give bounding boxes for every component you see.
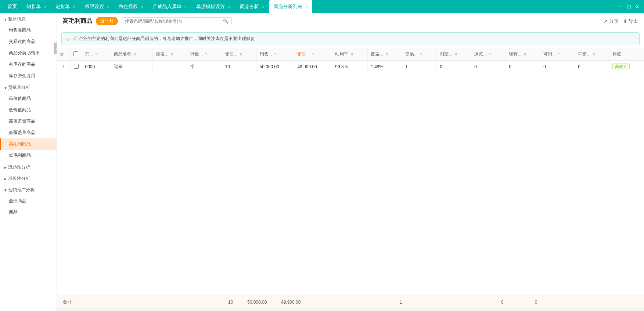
nav-close-permission[interactable]: × [107, 4, 109, 9]
nav-item-purchase[interactable]: 进货单 × [51, 0, 79, 13]
chevron-right-icon-2: ▸ [4, 176, 7, 181]
sidebar-item-in-stock[interactable]: 有库存的商品 [0, 59, 57, 70]
nav-close-purchase[interactable]: × [73, 4, 75, 9]
sidebar-item-low-margin[interactable]: 低毛利商品 [0, 150, 57, 161]
sidebar-item-sales-goods[interactable]: 销售类商品 [0, 25, 57, 36]
chevron-right-icon: ▸ [4, 165, 7, 170]
row-view2: 0 [471, 61, 506, 73]
row-name: 运费 [111, 61, 152, 73]
col-spec[interactable]: 规格... ⇅ [153, 48, 187, 61]
sidebar-item-high-margin[interactable]: 高毛利商品 [0, 138, 57, 150]
col-sale-amount[interactable]: 销售... ⇅ [256, 48, 294, 61]
sidebar-item-stock-capital[interactable]: 库存资金占用 [0, 70, 57, 82]
table-footer: 合计: 10 50,000.00 49,900.00 1 0 0 [57, 296, 644, 308]
data-table: ⚙ 商... ⇅ 商品名称 ⇅ [57, 48, 644, 73]
sort-icon-margin: ⇅ [350, 52, 353, 56]
sort-icon-sellable: ⇅ [593, 52, 596, 56]
footer-current: 0 [474, 300, 503, 305]
footer-sale-qty: 10 [204, 300, 233, 305]
footer-available: 0 [508, 300, 537, 305]
col-checkbox[interactable] [70, 48, 82, 61]
row-trade: 1 [402, 61, 437, 73]
nav-item-product-in[interactable]: 产成品入库单 × [148, 0, 191, 13]
sidebar-item-high-value[interactable]: 高价值商品 [0, 93, 57, 104]
col-sale-qty[interactable]: 销售... ⇅ [222, 48, 256, 61]
col-view1[interactable]: 浏览... ⇅ [437, 48, 471, 61]
row-view1[interactable]: 0 [437, 61, 471, 73]
col-trade[interactable]: 交易... ⇅ [402, 48, 437, 61]
col-sellable[interactable]: 可销... ⇅ [575, 48, 609, 61]
nav-item-home[interactable]: 首页 [3, 0, 21, 13]
nav-item-permission[interactable]: 权限设置 × [80, 0, 114, 13]
sidebar-item-all-goods[interactable]: 全部商品 [0, 195, 57, 207]
sidebar-item-low-value[interactable]: 低价值商品 [0, 104, 57, 116]
col-view2[interactable]: 浏览... ⇅ [471, 48, 506, 61]
export-icon: ⬆ [623, 18, 627, 24]
row-coverage: 1.49% [368, 61, 402, 73]
sidebar-item-low-coverage[interactable]: 低覆盖量商品 [0, 127, 57, 138]
nav-item-analysis-list[interactable]: 商品分析列表 × [269, 0, 312, 13]
sidebar-collapse-btn[interactable]: « [54, 43, 57, 54]
footer-trade: 1 [373, 300, 402, 305]
window-close-btn[interactable]: × [634, 4, 641, 10]
filter-btn-month[interactable]: 近一月 [96, 17, 118, 25]
h-scrollbar[interactable] [57, 308, 644, 311]
col-coverage[interactable]: 覆盖... ⇅ [368, 48, 402, 61]
col-current[interactable]: 现有... ⇅ [506, 48, 540, 61]
nav-close-template[interactable]: × [228, 4, 230, 9]
table-container[interactable]: ⚙ 商... ⇅ 商品名称 ⇅ [57, 48, 644, 296]
sort-icon-sale-cost: ⇅ [312, 52, 315, 56]
sort-icon-view2: ⇅ [489, 52, 492, 56]
sidebar-section-contribution[interactable]: ▾ 贡献量分析 [0, 82, 57, 93]
sidebar-section-growth[interactable]: ▸ 成长性分析 [0, 173, 57, 184]
nav-item-sales[interactable]: 销售单 × [22, 0, 50, 13]
nav-close-sales[interactable]: × [44, 4, 46, 9]
share-icon: ↗ [604, 18, 608, 24]
col-name[interactable]: 商品名称 ⇅ [111, 48, 152, 61]
row-sale-cost: 49,900.00 [294, 61, 332, 73]
sidebar-item-traded-goods[interactable]: 交易过的商品 [0, 36, 57, 47]
row-tag: 高收入 [609, 61, 644, 73]
window-minimize-btn[interactable]: ─ [616, 4, 625, 10]
sidebar-item-category-rate[interactable]: 商品分类助销率 [0, 47, 57, 59]
sort-icon-name: ⇅ [133, 52, 136, 56]
page-title: 高毛利商品 [63, 17, 92, 25]
col-sale-cost[interactable]: 销售... ⇅ [294, 48, 332, 61]
row-available: 0 [540, 61, 575, 73]
search-input[interactable] [125, 19, 222, 24]
row-margin-rate: 99.8% [332, 61, 368, 73]
nav-close-role[interactable]: × [141, 4, 143, 9]
col-code[interactable]: 商... ⇅ [82, 48, 111, 61]
nav-close-analysis[interactable]: × [262, 4, 264, 9]
share-btn[interactable]: ↗ 分享 [604, 18, 619, 25]
export-btn[interactable]: ⬆ 导出 [623, 18, 638, 25]
select-all-checkbox[interactable] [73, 51, 78, 56]
col-tag[interactable]: 标签 [609, 48, 644, 61]
content-header: 高毛利商品 近一月 🔍 ↗ 分享 ⬆ 导出 [57, 13, 644, 29]
nav-item-template[interactable]: 单据模板设置 × [192, 0, 234, 13]
window-maximize-btn[interactable]: □ [625, 4, 633, 10]
nav-close-analysis-list[interactable]: × [305, 4, 307, 9]
sidebar-section-marketing[interactable]: ▾ 营销推广分析 [0, 184, 57, 195]
search-icon[interactable]: 🔍 [223, 19, 229, 24]
sort-icon-sale-amount: ⇅ [274, 52, 277, 56]
sidebar-section-overview[interactable]: ▾ 整体信息 [0, 13, 57, 25]
nav-item-analysis[interactable]: 商品分析 × [235, 0, 269, 13]
sidebar: « ▾ 整体信息 销售类商品 交易过的商品 商品分类助销率 有库存的商品 库存资… [0, 13, 57, 311]
footer-sale-cost: 49,900.00 [271, 300, 301, 305]
col-settings[interactable]: ⚙ [57, 48, 70, 61]
nav-close-product-in[interactable]: × [184, 4, 187, 9]
col-unit[interactable]: 计量... ⇅ [187, 48, 222, 61]
row-spec [153, 61, 187, 73]
row-select-checkbox[interactable] [74, 64, 79, 69]
row-current: 0 [506, 61, 540, 73]
sidebar-item-new-goods[interactable]: 新品 [0, 207, 57, 218]
col-available[interactable]: 可用... ⇅ [540, 48, 575, 61]
row-checkbox[interactable] [70, 61, 82, 73]
settings-icon[interactable]: ⚙ [60, 52, 64, 57]
sidebar-section-trend[interactable]: ▸ 流趋性分析 [0, 161, 57, 173]
row-code: 0000... [82, 61, 111, 73]
col-margin-rate[interactable]: 毛利率 ⇅ [332, 48, 368, 61]
nav-item-role[interactable]: 角色授权 × [114, 0, 147, 13]
sidebar-item-high-coverage[interactable]: 高覆盖量商品 [0, 116, 57, 127]
